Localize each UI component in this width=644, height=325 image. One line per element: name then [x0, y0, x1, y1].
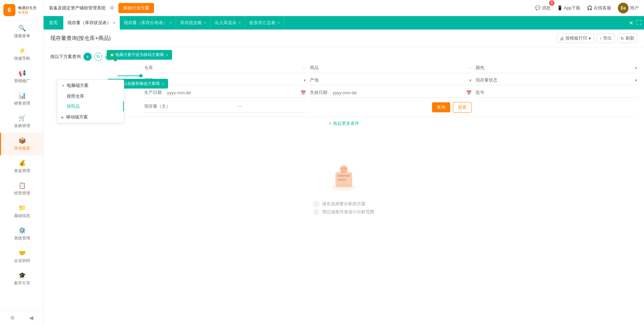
marketing-icon: 📢: [18, 69, 26, 77]
app-download-button[interactable]: 📱 App下载: [557, 5, 580, 11]
logo-icon: 6: [3, 4, 15, 16]
export-button[interactable]: ↑ 导出: [597, 34, 615, 43]
sidebar-item-basic[interactable]: 📁 基础信息: [0, 200, 43, 223]
sidebar-item-quick[interactable]: ⚡ 快捷导航: [0, 43, 43, 65]
sidebar-item-marketing[interactable]: 📢 营销推广: [0, 65, 43, 88]
warehouse-more-icon[interactable]: ···: [302, 65, 306, 70]
sidebar-item-system[interactable]: ⚙️ 系统管理: [0, 223, 43, 245]
filter-field-stock-main: 现存量（主） —: [144, 102, 306, 113]
print-icon: 🖨: [560, 36, 564, 41]
sidebar-item-search[interactable]: 🔍 搜索菜单: [0, 20, 43, 43]
stock-main-input-max[interactable]: [245, 104, 306, 109]
settings-gear-icon[interactable]: ⚙: [110, 5, 114, 11]
tree-item-desktop[interactable]: ▼ 电脑端方案: [57, 80, 124, 91]
tab-inventory-status[interactable]: 现存量（库存状况表） ×: [63, 16, 120, 30]
connector-dot: [139, 74, 143, 77]
tab-close-icon[interactable]: ×: [238, 20, 241, 25]
refresh-icon: ↻: [621, 36, 624, 41]
filter-field-stock-status: 现存量状态 ▾: [476, 77, 637, 86]
online-support-button[interactable]: 🎧 在线客服: [587, 5, 611, 11]
tree-item-mobile[interactable]: ▶ 移动端方案: [57, 111, 124, 123]
calendar-icon[interactable]: 📅: [301, 90, 306, 95]
content-area: 现存量查询(按仓库+商品) 🖨 按模板打印 ▾ ↑ 导出 ↻ 刷新: [44, 30, 644, 325]
tab-batch-ledger[interactable]: 库存批次账 ×: [176, 16, 211, 30]
sidebar-item-operations[interactable]: 📋 经营管理: [0, 178, 43, 200]
svg-point-4: [340, 165, 348, 173]
tab-close-icon[interactable]: ×: [113, 20, 115, 25]
sidebar-item-enterprise[interactable]: 🤝 企业协同: [0, 245, 43, 268]
tab-close-all-icon[interactable]: ✕: [629, 20, 633, 26]
sidebar-item-finance[interactable]: 💰 资金管理: [0, 155, 43, 178]
logo-text: 畅通好生意: [18, 5, 37, 10]
calendar-icon-2[interactable]: 📅: [466, 90, 472, 95]
logo-badge: 标准版: [18, 10, 37, 15]
sidebar-item-guide[interactable]: 🎓 新手引导: [0, 268, 43, 290]
operations-icon: 📋: [18, 182, 26, 189]
sidebar-logo: 6 畅通好生意 标准版: [0, 0, 43, 20]
print-button[interactable]: 🖨 按模板打印 ▾: [557, 34, 594, 43]
footer-settings-button[interactable]: ⚙: [10, 315, 15, 321]
goods-input[interactable]: [333, 65, 465, 70]
batch-no-label: 批号: [476, 90, 496, 96]
quick-icon: ⚡: [18, 47, 26, 54]
sidebar-item-label: 搜索菜单: [14, 33, 30, 39]
filter-fields: 仓库 ··· 商品 ··· 颜色 ▾: [144, 65, 637, 117]
stock-status-dropdown-icon[interactable]: ▾: [635, 78, 637, 83]
footer-collapse-button[interactable]: ◀: [29, 315, 33, 321]
tree-sub-item-warehouse[interactable]: 按照仓库: [57, 91, 124, 101]
size-input[interactable]: [167, 78, 301, 83]
search-icon: 🔍: [18, 24, 26, 32]
tab-collect-summary[interactable]: 收发存汇总表 ×: [245, 16, 284, 30]
message-button[interactable]: 💬 消息 8: [535, 5, 550, 11]
filter-row-3: 生产日期 📅 失效日期 📅 批号: [144, 90, 637, 98]
expiry-date-input[interactable]: [333, 90, 464, 95]
stock-main-input[interactable]: [173, 104, 235, 109]
tab-expand-icon[interactable]: ⛶: [636, 20, 641, 26]
tab-home[interactable]: 首页: [44, 16, 63, 30]
color-dropdown-icon[interactable]: ▾: [635, 65, 637, 70]
size-dropdown-icon[interactable]: ▾: [304, 78, 306, 83]
tab-close-icon[interactable]: ×: [204, 20, 206, 25]
refresh-scheme-button[interactable]: ↻: [94, 53, 102, 61]
tab-inventory-dist[interactable]: 现存量（库存分布表） ×: [120, 16, 176, 30]
add-scheme-button[interactable]: +: [84, 53, 92, 61]
origin-dropdown-icon[interactable]: ▾: [469, 78, 472, 83]
settings-button[interactable]: 设置: [453, 102, 472, 113]
empty-illustration: [327, 162, 361, 196]
origin-input[interactable]: [333, 78, 467, 83]
filter-field-size: 尺码 ▾: [144, 77, 306, 86]
tab-close-icon[interactable]: ×: [277, 20, 280, 25]
sidebar-item-inventory[interactable]: 📦 库存核算: [0, 133, 43, 155]
warehouse-input[interactable]: [167, 65, 300, 70]
batch-no-input[interactable]: [498, 90, 637, 95]
range-separator: —: [237, 104, 242, 109]
tab-close-icon[interactable]: ×: [169, 20, 172, 25]
search-button[interactable]: 查询: [432, 102, 450, 112]
refresh-button[interactable]: ↻ 刷新: [618, 34, 637, 43]
tab-io-flow[interactable]: 出入库流水 ×: [211, 16, 245, 30]
filter-field-production-date: 生产日期 📅: [144, 90, 306, 98]
sidebar: 6 畅通好生意 标准版 🔍 搜索菜单 ⚡ 快捷导航 📢 营销推广 📊 销售管理 …: [0, 0, 44, 325]
step-num-2: 2: [313, 209, 319, 215]
sidebar-item-label: 资金管理: [14, 168, 30, 174]
production-date-input[interactable]: [167, 90, 298, 95]
sidebar-item-purchase[interactable]: 🛒 采购管理: [0, 110, 43, 133]
color-input[interactable]: [498, 65, 632, 70]
goods-more-icon[interactable]: ···: [468, 65, 472, 70]
collapse-bar[interactable]: ∧ 收起更多条件: [50, 117, 637, 130]
sidebar-item-label: 销售管理: [14, 101, 30, 106]
edit-tooltip-close-button[interactable]: ×: [162, 82, 164, 86]
stock-status-input[interactable]: [500, 78, 632, 83]
message-icon: 💬: [535, 5, 540, 10]
filter-label: 按以下方案查询: [50, 54, 81, 60]
expiry-date-label: 失效日期: [310, 90, 330, 96]
scheme-tooltip-close-button[interactable]: ×: [166, 53, 168, 57]
industry-plan-button[interactable]: 体验行业方案: [118, 3, 154, 13]
production-date-label: 生产日期: [144, 90, 164, 96]
filter-row-2: 尺码 ▾ 产地 ▾ 现存量状态 ▾: [144, 77, 637, 86]
purchase-icon: 🛒: [18, 114, 26, 122]
user-profile[interactable]: Ea 用户: [618, 3, 639, 13]
sidebar-item-sales[interactable]: 📊 销售管理: [0, 88, 43, 110]
scheme-tooltip: 电脑方案可设为移动方案哦 ×: [107, 50, 172, 60]
tree-sub-item-goods[interactable]: 按照品: [57, 101, 124, 111]
